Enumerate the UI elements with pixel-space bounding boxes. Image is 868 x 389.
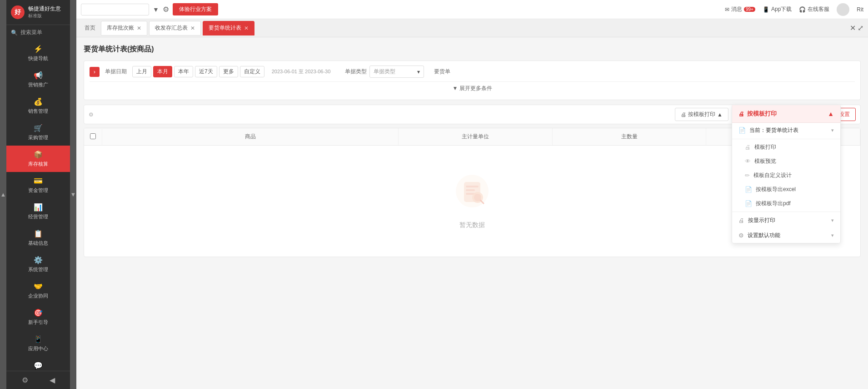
doc-type-value: 单据类型: [374, 68, 415, 76]
select-all-checkbox[interactable]: [90, 133, 96, 139]
tab-demand-stats[interactable]: 要货单统计表 ✕: [203, 21, 254, 35]
sidebar-item-label: 企业协同: [28, 293, 48, 299]
sidebar-scroll-down[interactable]: ▼: [70, 0, 76, 389]
expand-more-btn[interactable]: ▼ 展开更多条件: [90, 81, 855, 95]
appcenter-icon: 📱: [34, 335, 43, 344]
page-title: 要货单统计表(按商品): [84, 45, 861, 54]
prev-month-btn[interactable]: 上月: [132, 66, 151, 77]
app-name: 畅捷通好生意: [28, 5, 61, 13]
print-dropdown: 🖨 按模板打印 ▲ 📄 当前：要货单统计表 ▾ 🖨 模板打印 👁: [732, 105, 841, 243]
sidebar-bottom: ⚙ ◀: [6, 371, 70, 389]
print-dropdown-title: 按模板打印: [747, 110, 777, 118]
app-logo-icon: 好: [11, 5, 25, 19]
print-chevron-icon: ▲: [717, 111, 723, 118]
doc-type-select[interactable]: 单据类型 ▾: [369, 66, 424, 78]
sidebar-item-marketing[interactable]: 📢 营销推广: [6, 66, 70, 93]
tab-close-all-button[interactable]: ✕: [850, 24, 856, 32]
demand-type-label: 要货单: [434, 68, 450, 76]
sidebar-item-finance[interactable]: 💳 资金管理: [6, 172, 70, 198]
sidebar-scroll-up[interactable]: ▲: [0, 0, 6, 389]
sidebar-item-wecom[interactable]: 💬 企业微信: [6, 357, 70, 371]
quick-nav-icon: ⚡: [34, 45, 43, 53]
tab-inventory-batch[interactable]: 库存批次账 ✕: [101, 21, 147, 35]
system-icon: ⚙️: [34, 256, 43, 264]
date-buttons: 上月 本月 本年 近7天 更多 自定义: [132, 66, 264, 77]
sidebar-item-newguide[interactable]: 🎯 新手引导: [6, 304, 70, 330]
template-print-item[interactable]: 🖨 模板打印: [732, 140, 840, 154]
print-template-button[interactable]: 🖨 按模板打印 ▲: [675, 108, 728, 121]
display-print-icon: 🖨: [738, 217, 744, 224]
tab-home-label: 首页: [85, 24, 95, 32]
current-template-icon: 📄: [738, 127, 746, 134]
doc-type-label: 单据类型: [345, 68, 367, 76]
divider-1: [732, 139, 840, 139]
sidebar-item-sales[interactable]: 💰 销售管理: [6, 93, 70, 119]
template-preview-label: 模板预览: [754, 157, 776, 165]
template-preview-item[interactable]: 👁 模板预览: [732, 154, 840, 168]
last7-btn[interactable]: 近7天: [195, 66, 217, 77]
tab-inventory-batch-label: 库存批次账: [107, 24, 134, 32]
display-print-item[interactable]: 🖨 按显示打印 ▾: [732, 213, 840, 228]
sidebar-item-label: 营销推广: [28, 81, 48, 88]
default-func-item[interactable]: ⚙ 设置默认功能 ▾: [732, 228, 840, 243]
template-preview-icon: 👁: [745, 158, 751, 165]
current-template-item[interactable]: 📄 当前：要货单统计表 ▾: [732, 123, 840, 138]
template-design-item[interactable]: ✏ 模板自定义设计: [732, 168, 840, 182]
settings-icon[interactable]: ⚙: [22, 376, 28, 384]
sidebar-item-appcenter[interactable]: 📱 应用中心: [6, 330, 70, 357]
app-download-icon: 📱: [763, 6, 769, 13]
user-name: Rit: [857, 6, 863, 13]
newguide-icon: 🎯: [34, 308, 43, 317]
sidebar-item-operation[interactable]: 📊 经营管理: [6, 198, 70, 225]
tab-demand-stats-close[interactable]: ✕: [244, 25, 249, 31]
default-func-chevron: ▾: [831, 232, 834, 238]
sidebar-item-system[interactable]: ⚙️ 系统管理: [6, 251, 70, 278]
custom-btn[interactable]: 自定义: [240, 66, 264, 77]
template-design-icon: ✏: [745, 172, 750, 179]
template-excel-icon: 📄: [745, 186, 752, 193]
sidebar-item-label: 应用中心: [28, 345, 48, 352]
default-func-label: 设置默认功能: [748, 232, 780, 239]
message-label: 消息: [731, 5, 742, 13]
th-unit-label: 主计量单位: [462, 133, 489, 140]
tab-inventory-batch-close[interactable]: ✕: [137, 25, 141, 31]
sidebar-item-label: 基础信息: [28, 240, 48, 247]
user-avatar[interactable]: [837, 3, 849, 16]
sidebar-item-purchase[interactable]: 🛒 采购管理: [6, 119, 70, 146]
tab-receivables-summary[interactable]: 收发存汇总表 ✕: [149, 21, 201, 35]
tab-expand-button[interactable]: ⤢: [858, 24, 863, 32]
divider-2: [732, 212, 840, 212]
sidebar-item-inventory[interactable]: 📦 库存核算: [6, 146, 70, 172]
sidebar-item-basic[interactable]: 📋 基础信息: [6, 225, 70, 251]
app-edition: 标准版: [28, 13, 61, 19]
tab-receivables-summary-close[interactable]: ✕: [190, 25, 195, 31]
sidebar-item-label: 资金管理: [28, 187, 48, 194]
printer-icon: 🖨: [681, 111, 686, 118]
template-export-excel-item[interactable]: 📄 按模板导出excel: [732, 182, 840, 197]
online-service-button[interactable]: 🎧 在线客服: [799, 5, 829, 13]
topbar-search-input[interactable]: [81, 4, 149, 15]
print-template-label: 按模板打印: [688, 111, 715, 118]
this-year-btn[interactable]: 本年: [174, 66, 193, 77]
message-button[interactable]: ✉ 消息 99+: [725, 5, 755, 13]
svg-rect-2: [466, 186, 479, 187]
topbar-dropdown-icon[interactable]: ▼: [153, 6, 159, 13]
print-dropdown-close-icon[interactable]: ▲: [828, 110, 834, 117]
this-month-btn[interactable]: 本月: [153, 66, 172, 77]
sidebar-item-quick-nav[interactable]: ⚡ 快捷导航: [6, 40, 70, 66]
template-export-pdf-label: 按模板导出pdf: [756, 200, 791, 207]
empty-illustration: [454, 173, 490, 216]
sidebar-item-enterprise[interactable]: 🤝 企业协同: [6, 278, 70, 304]
tab-home[interactable]: 首页: [81, 21, 99, 35]
sidebar: 好 畅捷通好生意 标准版 🔍 搜索菜单 ⚡ 快捷导航 📢 营销推广 💰 销售管理…: [6, 0, 70, 389]
app-download-button[interactable]: 📱 App下载: [763, 5, 792, 13]
sidebar-search[interactable]: 🔍 搜索菜单: [6, 25, 70, 40]
topbar-settings-icon[interactable]: ⚙: [163, 5, 169, 14]
industry-solution-button[interactable]: 体验行业方案: [173, 3, 218, 15]
sidebar-item-label: 经营管理: [28, 213, 48, 220]
more-btn[interactable]: 更多: [219, 66, 238, 77]
sidebar-item-label: 新手引导: [28, 319, 48, 326]
collapse-icon[interactable]: ◀: [50, 376, 55, 384]
template-export-pdf-item[interactable]: 📄 按模板导出pdf: [732, 197, 840, 211]
sales-icon: 💰: [34, 97, 43, 106]
